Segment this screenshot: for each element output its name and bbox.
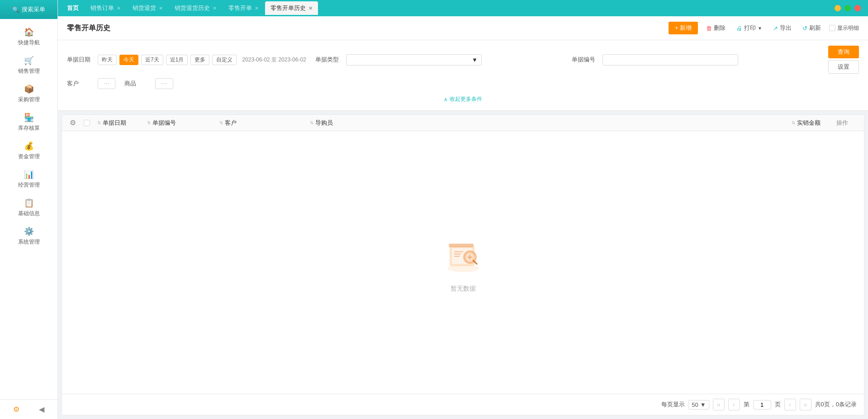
maximize-btn[interactable] — [844, 5, 851, 11]
date-btn-今天[interactable]: 今天 — [119, 55, 138, 65]
sidebar-item-sales-mgmt[interactable]: 🛒销售管理 — [0, 51, 57, 80]
th-check[interactable] — [80, 120, 94, 126]
print-label: 打印 — [744, 24, 756, 32]
tab-retail-open-history[interactable]: 零售开单历史✕ — [265, 1, 318, 15]
tab-close-retail-open-history[interactable]: ✕ — [308, 5, 313, 11]
tab-close-sales-return-history[interactable]: ✕ — [213, 5, 217, 11]
date-btn-近7天[interactable]: 近7天 — [141, 55, 163, 65]
sidebar-item-purchase-mgmt[interactable]: 📦采购管理 — [0, 80, 57, 108]
tab-close-retail-open[interactable]: ✕ — [255, 5, 259, 11]
sidebar-item-label: 资金管理 — [18, 153, 40, 160]
action-buttons: 查询 设置 — [828, 46, 859, 74]
first-page-btn[interactable]: « — [713, 399, 725, 410]
collapse-icon: ∧ — [444, 96, 448, 103]
sidebar-item-operations[interactable]: 📊经营管理 — [0, 165, 57, 193]
sidebar-item-finance[interactable]: 💰资金管理 — [0, 137, 57, 165]
date-buttons: 昨天今天近7天近1月更多自定义 — [98, 55, 237, 65]
sidebar-item-quick-nav[interactable]: 🏠快捷导航 — [0, 23, 57, 51]
th-num[interactable]: ⇅ 单据编号 — [143, 119, 216, 127]
page-size-chevron: ▼ — [700, 401, 706, 408]
tab-close-sales-order[interactable]: ✕ — [117, 5, 121, 11]
sidebar-item-inventory[interactable]: 🏪库存核算 — [0, 108, 57, 137]
show-detail-check-box[interactable] — [829, 25, 835, 31]
tab-home[interactable]: 首页 — [62, 1, 84, 15]
date-btn-近1月[interactable]: 近1月 — [166, 55, 188, 65]
sidebar-item-sys-mgmt[interactable]: ⚙️系统管理 — [0, 222, 57, 250]
th-date[interactable]: ⇅ 单据日期 — [94, 119, 143, 127]
sidebar-item-label: 系统管理 — [18, 238, 40, 246]
sidebar-item-label: 销售管理 — [18, 67, 40, 75]
chevron-down-icon: ▼ — [472, 56, 478, 63]
tab-sales-return[interactable]: 销货退货✕ — [127, 1, 168, 15]
page-label: 第 — [744, 400, 749, 409]
export-button[interactable]: ↗ 导出 — [770, 22, 794, 34]
date-filter-group: 单据日期 昨天今天近7天近1月更多自定义 2023-06-02 至 2023-0… — [67, 55, 306, 65]
toolbar: + 新增 🗑 删除 🖨 打印 ▼ ↗ 导出 ↺ 刷新 — [669, 22, 859, 34]
next-page-btn[interactable]: › — [784, 399, 796, 410]
main-area: 首页销售订单✕销货退货✕销货退货历史✕零售开单✕零售开单历史✕ 零售开单历史 +… — [58, 0, 868, 419]
filter-row-1: 单据日期 昨天今天近7天近1月更多自定义 2023-06-02 至 2023-0… — [67, 46, 859, 74]
th-customer[interactable]: ⇅ 客户 — [216, 119, 306, 127]
show-detail-label: 显示明细 — [837, 24, 859, 32]
th-num-label: 单据编号 — [152, 119, 176, 127]
customer-dots-btn[interactable]: ··· — [98, 78, 115, 89]
sidebar-item-label: 经营管理 — [18, 181, 40, 189]
finance-icon: 💰 — [24, 141, 34, 151]
tab-label-sales-order: 销售订单 — [90, 4, 114, 12]
table-area: ⚙ ⇅ 单据日期 ⇅ 单据编号 ⇅ 客户 ⇅ — [62, 114, 864, 415]
sidebar-bottom: ⚙ ◀ — [0, 399, 57, 419]
tab-retail-open[interactable]: 零售开单✕ — [223, 1, 264, 15]
delete-button[interactable]: 🗑 删除 — [703, 22, 728, 34]
date-btn-自定义[interactable]: 自定义 — [212, 55, 237, 65]
refresh-icon: ↺ — [802, 25, 807, 32]
th-customer-label: 客户 — [225, 119, 237, 127]
query-button[interactable]: 查询 — [828, 46, 859, 58]
minimize-btn[interactable] — [835, 5, 841, 11]
sidebar-search[interactable]: 🔍 搜索采单 — [0, 0, 57, 19]
doc-type-select[interactable]: ▼ — [346, 54, 482, 66]
add-button[interactable]: + 新增 — [669, 22, 698, 34]
operations-icon: 📊 — [24, 169, 34, 179]
collapse-bottom-btn[interactable]: ◀ — [37, 403, 46, 415]
close-btn[interactable] — [854, 5, 861, 11]
sort-icon: ⇅ — [792, 120, 795, 125]
date-range-text: 2023-06-02 至 2023-06-02 — [242, 56, 306, 64]
sidebar-item-label: 基础信息 — [18, 210, 40, 217]
th-settings[interactable]: ⚙ — [66, 118, 80, 127]
print-button[interactable]: 🖨 打印 ▼ — [734, 22, 765, 34]
product-filter-group: 商品 ··· — [124, 78, 173, 89]
page-header: 零售开单历史 + 新增 🗑 删除 🖨 打印 ▼ ↗ 导出 ↺ — [58, 16, 868, 40]
table-gear-icon[interactable]: ⚙ — [70, 118, 76, 127]
th-date-label: 单据日期 — [103, 119, 126, 127]
doc-num-label: 单据编号 — [572, 56, 599, 64]
collapse-filter-btn[interactable]: ∧ 收起更多条件 — [67, 94, 859, 105]
doc-num-input[interactable] — [602, 54, 738, 66]
select-all-checkbox[interactable] — [84, 120, 90, 126]
page-size-select[interactable]: 50 ▼ — [688, 400, 709, 410]
settings-bottom-btn[interactable]: ⚙ — [11, 403, 21, 415]
filter-settings-button[interactable]: 设置 — [828, 60, 859, 74]
sidebar-item-base-info[interactable]: 📋基础信息 — [0, 193, 57, 222]
empty-state: 暂无数据 — [62, 131, 864, 394]
sidebar-item-label: 库存核算 — [18, 124, 40, 132]
tab-close-sales-return[interactable]: ✕ — [159, 5, 163, 11]
th-amount[interactable]: ⇅ 实销金额 — [779, 119, 824, 127]
tab-label-sales-return-history: 销货退货历史 — [175, 4, 210, 12]
tab-label-home: 首页 — [67, 4, 79, 12]
refresh-button[interactable]: ↺ 刷新 — [800, 22, 824, 34]
th-guide[interactable]: ⇅ 导购员 — [306, 119, 360, 127]
last-page-btn[interactable]: » — [800, 399, 811, 410]
export-label: 导出 — [780, 24, 792, 32]
sidebar-search-label: 搜索采单 — [22, 5, 45, 14]
page-number-input[interactable] — [753, 400, 771, 410]
base-info-icon: 📋 — [24, 198, 34, 208]
prev-page-btn[interactable]: ‹ — [728, 399, 740, 410]
date-btn-昨天[interactable]: 昨天 — [98, 55, 117, 65]
show-detail-checkbox[interactable]: 显示明细 — [829, 24, 859, 32]
tab-sales-order[interactable]: 销售订单✕ — [85, 1, 126, 15]
tab-bar: 首页销售订单✕销货退货✕销货退货历史✕零售开单✕零售开单历史✕ — [58, 0, 868, 16]
date-btn-更多[interactable]: 更多 — [190, 55, 209, 65]
product-dots-btn[interactable]: ··· — [155, 78, 173, 89]
tab-sales-return-history[interactable]: 销货退货历史✕ — [169, 1, 222, 15]
sys-mgmt-icon: ⚙️ — [24, 226, 34, 236]
